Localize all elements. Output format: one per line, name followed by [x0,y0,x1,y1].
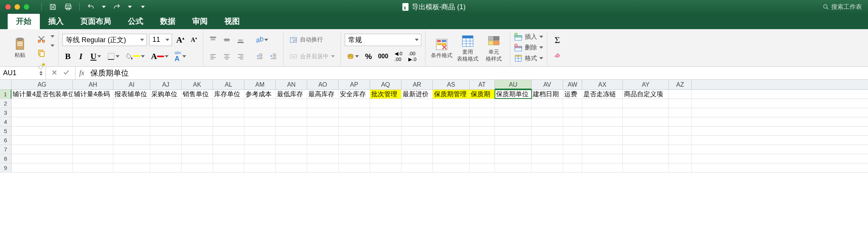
column-header-AZ[interactable]: AZ [669,80,692,89]
cell-AR9[interactable] [401,163,433,172]
row-header-5[interactable]: 5 [0,127,11,135]
cell-AS5[interactable] [433,127,470,135]
cell-AO9[interactable] [307,163,339,172]
cell-AM4[interactable] [244,117,276,126]
underline-button[interactable]: U [88,50,103,63]
cell-AO5[interactable] [307,127,339,135]
maximize-window-button[interactable] [24,4,29,10]
cell-AT5[interactable] [470,127,495,135]
row-header-1[interactable]: 1 [0,90,11,99]
cell-AU7[interactable] [495,145,532,154]
cell-AX3[interactable] [582,108,623,117]
bold-button[interactable]: B [62,50,73,63]
column-header-AU[interactable]: AU [495,80,532,89]
cell-AZ4[interactable] [669,117,692,126]
cell-AP4[interactable] [339,117,370,126]
cell-AS8[interactable] [433,154,470,163]
cut-dropdown-icon[interactable] [51,35,54,38]
cell-AG3[interactable] [11,108,73,117]
cell-AZ6[interactable] [669,136,692,145]
cell-AZ1[interactable] [669,90,692,99]
cell-AG6[interactable] [11,136,73,145]
cell-AS9[interactable] [433,163,470,172]
cell-AU6[interactable] [495,136,532,145]
cell-AR7[interactable] [401,145,433,154]
align-middle-button[interactable] [221,34,233,46]
redo-icon[interactable] [113,3,121,11]
column-header-AT[interactable]: AT [470,80,495,89]
cell-AW2[interactable] [563,99,582,108]
cell-AY4[interactable] [623,117,669,126]
cell-AV3[interactable] [532,108,563,117]
cell-AY1[interactable]: 商品自定义项 [623,90,669,99]
name-box-spinner[interactable] [39,71,43,76]
name-box[interactable]: AU1 [0,67,46,79]
tab-review[interactable]: 审阅 [184,13,216,29]
cell-AO4[interactable] [307,117,339,126]
cell-AZ5[interactable] [669,127,692,135]
cell-AH5[interactable] [73,127,113,135]
cell-AJ2[interactable] [150,99,182,108]
cell-AV8[interactable] [532,154,563,163]
column-header-AN[interactable]: AN [276,80,307,89]
cell-AQ5[interactable] [370,127,401,135]
cell-AU3[interactable] [495,108,532,117]
cell-AS7[interactable] [433,145,470,154]
cell-AI1[interactable]: 报表辅单位 [113,90,150,99]
cell-AI3[interactable] [113,108,150,117]
cell-AT6[interactable] [470,136,495,145]
align-right-button[interactable] [235,50,246,63]
cell-AS3[interactable] [433,108,470,117]
cell-AX8[interactable] [582,154,623,163]
undo-icon[interactable] [87,3,95,11]
column-header-AG[interactable]: AG [11,80,73,89]
cell-AT2[interactable] [470,99,495,108]
number-format-select[interactable]: 常规 [345,34,421,46]
cell-AO1[interactable]: 最高库存 [307,90,339,99]
row-header-4[interactable]: 4 [0,117,11,126]
cell-AP5[interactable] [339,127,370,135]
tab-formulas[interactable]: 公式 [120,13,152,29]
cell-AX9[interactable] [582,163,623,172]
cell-AG1[interactable]: 辅计量4是否包装单位 [11,90,73,99]
cell-AW3[interactable] [563,108,582,117]
cell-AW7[interactable] [563,145,582,154]
cell-AH4[interactable] [73,117,113,126]
cell-AU2[interactable] [495,99,532,108]
cell-AM3[interactable] [244,108,276,117]
cell-AP2[interactable] [339,99,370,108]
minimize-window-button[interactable] [15,4,20,10]
formula-value[interactable]: 保质期单位 [88,68,129,78]
cell-AV6[interactable] [532,136,563,145]
conditional-format-button[interactable]: 条件格式 [429,32,454,65]
row-header-3[interactable]: 3 [0,108,11,117]
cell-AP8[interactable] [339,154,370,163]
redo-dropdown-icon[interactable] [128,6,132,8]
row-header-7[interactable]: 7 [0,145,11,154]
insert-cells-button[interactable]: 插入 [514,31,543,42]
cell-AN5[interactable] [276,127,307,135]
cell-AR3[interactable] [401,108,433,117]
cell-AN7[interactable] [276,145,307,154]
cell-AY7[interactable] [623,145,669,154]
cancel-edit-button[interactable] [51,69,57,77]
cell-AQ1[interactable]: 批次管理 [370,90,401,99]
close-window-button[interactable] [5,4,11,10]
cell-AJ8[interactable] [150,154,182,163]
cell-AL2[interactable] [213,99,244,108]
decrease-decimal-button[interactable]: .00▶.0 [406,50,418,63]
cell-AK3[interactable] [182,108,213,117]
cell-AI2[interactable] [113,99,150,108]
cell-AZ7[interactable] [669,145,692,154]
cell-AM2[interactable] [244,99,276,108]
italic-button[interactable]: I [75,50,86,63]
fill-color-button[interactable] [124,50,147,63]
cell-AL5[interactable] [213,127,244,135]
cell-AK7[interactable] [182,145,213,154]
cell-AO6[interactable] [307,136,339,145]
cell-AW4[interactable] [563,117,582,126]
cell-AG5[interactable] [11,127,73,135]
font-size-select[interactable]: 11 [149,34,172,46]
cell-AK4[interactable] [182,117,213,126]
copy-dropdown-icon[interactable] [51,44,54,47]
